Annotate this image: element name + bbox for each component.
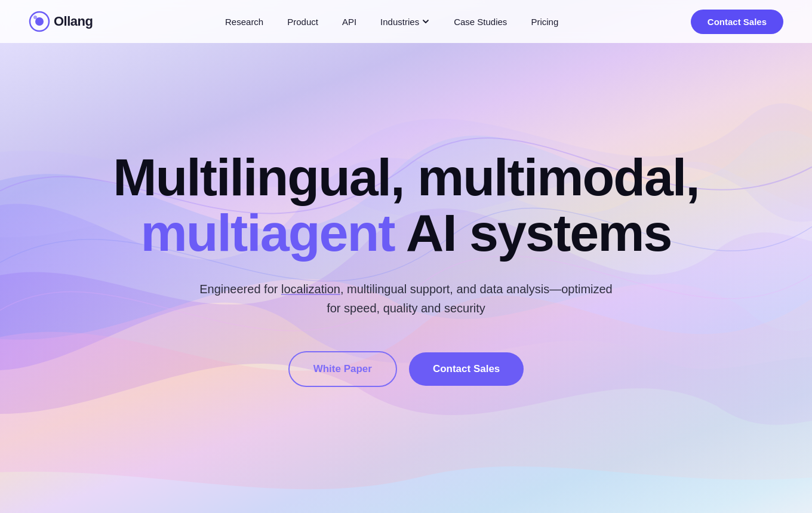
- navigation: Ollang Research Product API Industries C…: [0, 0, 812, 43]
- nav-link-product[interactable]: Product: [278, 12, 328, 32]
- hero-cta-buttons: White Paper Contact Sales: [113, 351, 699, 387]
- nav-item-product[interactable]: Product: [278, 12, 328, 32]
- hero-title-highlight: multiagent: [141, 203, 395, 262]
- nav-item-industries[interactable]: Industries: [371, 12, 439, 32]
- nav-link-case-studies[interactable]: Case Studies: [444, 12, 516, 32]
- white-paper-button[interactable]: White Paper: [288, 351, 397, 387]
- ollang-logo-icon: [29, 11, 50, 32]
- hero-subtitle-underline: localization: [281, 282, 340, 296]
- nav-link-api[interactable]: API: [333, 12, 366, 32]
- nav-item-pricing[interactable]: Pricing: [521, 12, 568, 32]
- hero-title-line1: Multilingual, multimodal,: [113, 148, 699, 207]
- nav-links-list: Research Product API Industries Case Stu…: [216, 12, 568, 32]
- svg-point-2: [33, 16, 37, 19]
- nav-contact-sales-button[interactable]: Contact Sales: [691, 10, 783, 34]
- logo-link[interactable]: Ollang: [29, 11, 93, 32]
- logo-text: Ollang: [54, 14, 93, 29]
- hero-subtitle: Engineered for localization, multilingua…: [197, 279, 615, 318]
- hero-section: Multilingual, multimodal, multiagent AI …: [0, 0, 812, 513]
- nav-item-case-studies[interactable]: Case Studies: [444, 12, 516, 32]
- nav-link-research[interactable]: Research: [216, 12, 273, 32]
- hero-content: Multilingual, multimodal, multiagent AI …: [113, 150, 699, 387]
- chevron-down-icon: [422, 17, 430, 26]
- nav-btn-industries[interactable]: Industries: [371, 12, 439, 32]
- nav-item-api[interactable]: API: [333, 12, 366, 32]
- nav-item-research[interactable]: Research: [216, 12, 273, 32]
- contact-sales-hero-button[interactable]: Contact Sales: [409, 352, 524, 386]
- hero-title-line2-plain: AI systems: [406, 203, 672, 262]
- hero-title: Multilingual, multimodal, multiagent AI …: [113, 150, 699, 260]
- nav-link-pricing[interactable]: Pricing: [521, 12, 568, 32]
